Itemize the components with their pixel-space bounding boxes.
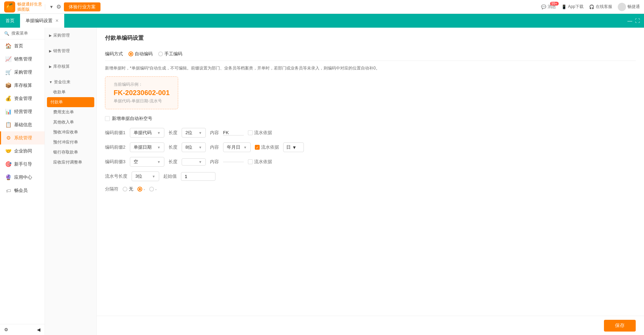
group-finance-title[interactable]: ▼ 资金往来 [45,77,96,87]
prefix2-content-select[interactable]: 年月日 ▼ [223,142,251,152]
sidebar-item-management[interactable]: 📊 经营管理 [0,105,45,118]
prefix3-label: 编码前缀3 [105,159,126,165]
serial-start-input[interactable] [181,172,215,181]
prefix1-select[interactable]: 单据代码 ▼ [130,128,164,138]
prefix3-serial-check[interactable]: 流水依据 [248,159,272,165]
separator-row: 分隔符 无 · · [105,186,636,192]
sep-none-option[interactable]: 无 [123,186,133,192]
group-purchase-title[interactable]: ▶ 采购管理 [45,30,96,40]
apps-icon: 🔮 [5,174,11,180]
tab-encode-settings[interactable]: 单据编码设置 ✕ [20,14,64,28]
tab-close-icon[interactable]: ✕ [55,18,59,23]
info-text: 新增单据时，*单据编码*自动生成，不可编辑。前缀设置为部门、业务员等档案类，开单… [105,65,636,72]
auto-fill-label: 新增单据自动补空号 [112,115,152,122]
sidebar-item-apps[interactable]: 🔮 应用中心 [0,171,45,184]
sidebar-item-basic-info[interactable]: 📋 基础信息 [0,118,45,131]
sub-item-prepay-receivable[interactable]: 预收冲应收单 [45,127,96,137]
minimize-icon[interactable]: — [627,18,632,24]
chevron-right-icon: ▶ [49,34,52,37]
prefix1-serial-checkbox[interactable] [248,130,253,135]
prefix3-content-label: 内容 [210,159,219,165]
trial-button[interactable]: 体验行业方案 [64,2,100,11]
save-button[interactable]: 保存 [604,320,636,332]
chevron-down-icon: ▼ [243,146,247,149]
service-icon: 🎧 [589,4,594,9]
chevron-down-icon: ▼ [157,146,161,149]
sub-item-other-income[interactable]: 其他收入单 [45,117,96,127]
sidebar-item-member[interactable]: 🏷 畅会员 [0,184,45,197]
prefix3-serial-checkbox[interactable] [248,159,253,164]
serial-length-select[interactable]: 3位 ▼ [132,171,159,181]
logo-text: 畅捷通好生意 插图版 [17,2,42,12]
prefix3-select[interactable]: 空 ▼ [130,157,164,167]
manual-encode-radio[interactable] [158,52,163,56]
search-icon: 🔍 [4,31,9,36]
manual-encode-option[interactable]: 手工编码 [158,51,182,57]
auto-encode-option[interactable]: 自动编码 [128,51,153,57]
sidebar-item-purchase[interactable]: 🛒 采购管理 [0,66,45,79]
preview-box: 当前编码示例： FK-20230602-001 单据代码-单据日期-流水号 [105,76,178,109]
prefix3-row: 编码前缀3 空 ▼ 长度 ▼ 内容 流水依据 [105,157,636,167]
sidebar-item-finance[interactable]: 💰 资金管理 [0,92,45,105]
sales-icon: 📈 [5,56,11,62]
prefix2-serial-checkbox[interactable]: ✓ [255,145,260,150]
sub-item-payment[interactable]: 付款单 [47,97,94,107]
group-purchase: ▶ 采购管理 [45,28,96,43]
chevron-down-icon: ▼ [157,160,161,164]
sidebar-item-cooperation[interactable]: 🤝 企业协同 [0,145,45,158]
prefix2-serial-check[interactable]: ✓ 流水依据 [255,144,279,150]
sidebar-item-sales[interactable]: 📈 销售管理 [0,53,45,66]
sep-dot-option[interactable]: · [137,187,145,192]
tab-home[interactable]: 首页 [0,14,20,28]
auto-fill-checkbox[interactable] [105,116,110,121]
prefix2-content-label: 内容 [210,144,219,150]
sub-item-receipt[interactable]: 收款单 [45,87,96,97]
sidebar-item-home[interactable]: 🏠 首页 [0,39,45,53]
auto-fill-row: 新增单据自动补空号 [105,115,636,122]
encode-method-row: 编码方式 自动编码 手工编码 [105,47,636,61]
sep-none-radio[interactable] [123,187,127,192]
sep-dot2-radio[interactable] [149,187,154,192]
chevron-down-icon: ▼ [152,175,155,178]
maximize-icon[interactable]: ⛶ [635,18,640,24]
topbar-divider [45,4,45,10]
sep-dot2-option[interactable]: · [149,187,157,192]
chevron-down-icon: ▼ [157,131,161,135]
footer-settings-icon[interactable]: ⚙ [4,327,8,332]
sep-dot-radio[interactable] [137,187,142,192]
search-label: 搜索菜单 [11,30,28,36]
group-inventory-title[interactable]: ▶ 库存核算 [45,62,96,72]
sub-item-prepay-payable[interactable]: 预付冲应付单 [45,137,96,147]
settings-icon[interactable]: ⚙ [56,3,61,10]
app-download-button[interactable]: 📱 App下载 [561,4,584,10]
prefix3-length-select[interactable]: ▼ [182,158,206,166]
prefix2-select[interactable]: 单据日期 ▼ [130,142,164,152]
encode-method-radio-group: 自动编码 手工编码 [128,51,182,57]
prefix1-serial-check[interactable]: 流水依据 [248,130,272,136]
chevron-down-icon: ▼ [199,131,202,135]
sub-item-adjustment[interactable]: 应收应付调整单 [45,157,96,167]
prefix1-label: 编码前缀1 [105,130,126,136]
prefix2-row: 编码前缀2 单据日期 ▼ 长度 8位 ▼ 内容 年月日 ▼ ✓ 流水依据 [105,142,636,152]
messages-button[interactable]: 💬 消息 99+ [541,4,556,10]
sidebar-item-guide[interactable]: 🎯 新手引导 [0,158,45,171]
prefix1-content-value: FK [223,130,244,136]
sub-sidebar: ▶ 采购管理 ▶ 销售管理 ▶ 库存核算 ▼ 资金往来 收款单 [45,28,97,335]
prefix2-length-select[interactable]: 8位 ▼ [182,142,206,152]
topbar-dropdown[interactable]: ▼ [48,4,54,9]
collapse-icon[interactable]: ◀ [37,327,40,332]
sub-item-bank[interactable]: 银行存取款单 [45,147,96,157]
auto-encode-radio[interactable] [128,52,133,56]
prefix2-serial-unit-select[interactable]: 日 ▼ [283,142,304,152]
sidebar-item-system[interactable]: ⚙ 系统管理 [0,131,45,145]
nav-right-buttons: — ⛶ [627,18,644,24]
user-name: 畅捷通 [627,4,640,10]
prefix1-length-select[interactable]: 2位 ▼ [182,128,206,138]
sub-item-expense[interactable]: 费用支出单 [45,107,96,117]
online-service-button[interactable]: 🎧 在线客服 [589,4,612,10]
sidebar-item-inventory[interactable]: 📦 库存核算 [0,79,45,92]
user-profile[interactable]: 畅捷通 [618,3,640,11]
search-menu[interactable]: 🔍 搜索菜单 [0,28,45,39]
prefix3-length-label: 长度 [169,159,177,165]
group-sales-title[interactable]: ▶ 销售管理 [45,46,96,56]
